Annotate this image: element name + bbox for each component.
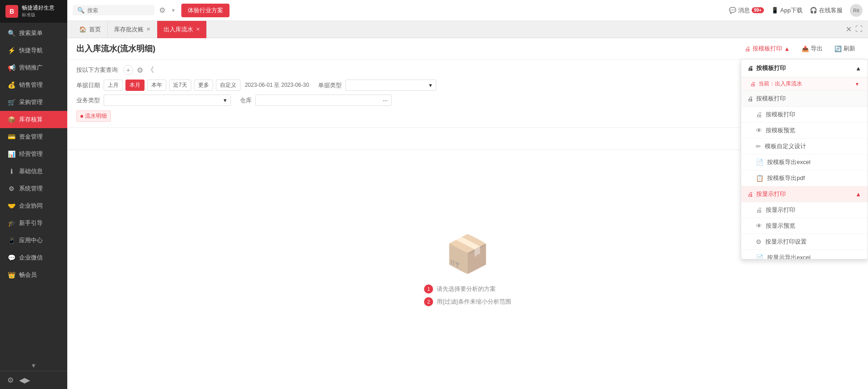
online-service-button[interactable]: 🎧 在线客服: [810, 6, 843, 15]
app-download-label: App下载: [780, 6, 803, 15]
close-tab-icon[interactable]: ✕: [846, 25, 852, 34]
tabs-bar: 🏠 首页 库存批次账 ✕ 出入库流水 ✕ ✕ ⛶: [67, 21, 868, 38]
tab-close-icon[interactable]: ✕: [146, 26, 150, 32]
display-excel-item[interactable]: 📄 按显示导出excel: [741, 250, 868, 259]
warehouse-select[interactable]: ···: [255, 95, 392, 106]
export-icon: 📤: [802, 45, 809, 52]
sidebar-item-quick-nav[interactable]: ⚡ 快捷导航: [0, 42, 67, 59]
template-preview-item[interactable]: 👁 按模板预览: [741, 123, 868, 139]
display-section-chevron-icon[interactable]: ▲: [855, 191, 861, 198]
topbar: 🔍 ⚙ ▾ 体验行业方案 💬 消息 99+ 📱 App下载 🎧 在线客服 Rit: [67, 0, 868, 21]
app-download-button[interactable]: 📱 App下载: [771, 6, 803, 15]
template-section-label: 按模板打印: [756, 95, 786, 103]
empty-state-container: 📦 1 请先选择要分析的方案 2 用[过滤]条件来缩小分析范围: [424, 233, 511, 306]
settings-footer-icon[interactable]: ⚙: [7, 376, 14, 384]
template-print-label: 按模板打印: [766, 110, 795, 119]
tab-home[interactable]: 🏠 首页: [73, 21, 108, 38]
sidebar-item-basics[interactable]: ℹ 基础信息: [0, 163, 67, 180]
sidebar-item-operations[interactable]: 📊 经营管理: [0, 145, 67, 163]
sidebar-item-inventory[interactable]: 📦 库存核算: [0, 111, 67, 128]
sidebar-item-member[interactable]: 👑 畅会员: [0, 266, 67, 284]
expand-tab-icon[interactable]: ⛶: [855, 25, 863, 34]
date-filter-buttons: 上月 本月 本年 近7天 更多 自定义 2023-06-01 至 2023-06…: [104, 80, 309, 91]
tab-active-close-icon[interactable]: ✕: [196, 26, 200, 32]
sidebar-item-label: 企业协同: [19, 202, 43, 210]
main-area: 🔍 ⚙ ▾ 体验行业方案 💬 消息 99+ 📱 App下载 🎧 在线客服 Rit: [67, 0, 868, 389]
search-icon: 🔍: [7, 30, 15, 37]
sidebar-item-collab[interactable]: 🤝 企业协同: [0, 197, 67, 214]
display-print-settings-item[interactable]: ⚙ 按显示打印设置: [741, 234, 868, 250]
date-btn-last-month[interactable]: 上月: [104, 80, 123, 91]
operations-icon: 📊: [7, 150, 15, 158]
refresh-button[interactable]: 🔄 刷新: [831, 43, 859, 55]
date-btn-7days[interactable]: 近7天: [169, 80, 191, 91]
online-service-label: 在线客服: [819, 6, 843, 15]
template-design-item[interactable]: ✏ 模板自定义设计: [741, 139, 868, 155]
sidebar: B 畅捷通好生意 标准版 🔍 搜索菜单 ⚡ 快捷导航 📢 营销推广 💰 销售管理…: [0, 0, 67, 389]
date-btn-this-month[interactable]: 本月: [125, 80, 145, 91]
sidebar-item-finance[interactable]: 💳 资金管理: [0, 128, 67, 145]
template-preview-label: 按模板预览: [766, 126, 795, 135]
empty-step-1: 1 请先选择要分析的方案: [424, 284, 511, 294]
sidebar-item-apps[interactable]: 📱 应用中心: [0, 232, 67, 249]
tab-batch-account[interactable]: 库存批次账 ✕: [108, 21, 157, 38]
industry-solution-button[interactable]: 体验行业方案: [181, 4, 229, 17]
dropdown-chevron-up-icon[interactable]: ▲: [855, 65, 861, 72]
date-btn-custom[interactable]: 自定义: [216, 80, 240, 91]
tab-inout-flow[interactable]: 出入库流水 ✕: [157, 21, 207, 38]
sidebar-scroll-down[interactable]: ▼: [0, 360, 67, 371]
business-type-select[interactable]: ▾: [104, 95, 231, 106]
filter-add-button[interactable]: +: [123, 65, 133, 75]
filter-tag-flow-detail[interactable]: 流水明细: [76, 110, 111, 122]
template-print-item[interactable]: 🖨 按模板打印: [741, 107, 868, 123]
sidebar-item-search[interactable]: 🔍 搜索菜单: [0, 25, 67, 42]
sidebar-item-guide[interactable]: 🎓 新手引导: [0, 214, 67, 232]
search-input[interactable]: [87, 7, 142, 14]
date-btn-this-year[interactable]: 本年: [147, 80, 166, 91]
collapse-sidebar-icon[interactable]: ◀▶: [19, 376, 30, 384]
current-chevron-icon[interactable]: ▾: [856, 81, 858, 87]
topbar-gear-icon[interactable]: ⚙: [159, 6, 165, 15]
bill-type-label: 单据类型: [318, 81, 342, 90]
bill-type-select[interactable]: ▾: [345, 80, 436, 91]
date-field-label: 单据日期: [76, 81, 100, 90]
export-button[interactable]: 📤 导出: [798, 43, 826, 55]
date-btn-more[interactable]: 更多: [194, 80, 213, 91]
sidebar-item-sales[interactable]: 💰 销售管理: [0, 76, 67, 94]
sidebar-item-system[interactable]: ⚙ 系统管理: [0, 180, 67, 197]
template-pdf-item[interactable]: 📋 按模板导出pdf: [741, 170, 868, 186]
inventory-icon: 📦: [7, 116, 15, 123]
display-print-section-header[interactable]: 🖨 按显示打印 ▲: [741, 186, 868, 202]
home-icon: 🏠: [79, 26, 86, 33]
warehouse-ellipsis-icon: ···: [383, 97, 388, 104]
tab-inout-flow-label: 出入库流水: [164, 25, 193, 34]
sidebar-item-purchase[interactable]: 🛒 采购管理: [0, 94, 67, 111]
dropdown-header: 🖨 按模板打印 ▲: [741, 60, 868, 77]
sidebar-item-wechat[interactable]: 💬 企业微信: [0, 249, 67, 266]
user-avatar[interactable]: Rit: [850, 4, 863, 17]
display-print-item[interactable]: 🖨 按显示打印: [741, 202, 868, 218]
display-preview-item[interactable]: 👁 按显示预览: [741, 218, 868, 234]
template-design-icon: ✏: [756, 143, 761, 150]
tabs-right-actions: ✕ ⛶: [846, 25, 863, 34]
filter-collapse-icon[interactable]: 《: [147, 65, 154, 75]
empty-steps: 1 请先选择要分析的方案 2 用[过滤]条件来缩小分析范围: [424, 284, 511, 306]
sidebar-logo: B 畅捷通好生意 标准版: [0, 0, 67, 23]
wechat-icon: 💬: [7, 254, 15, 261]
sidebar-item-marketing[interactable]: 📢 营销推广: [0, 59, 67, 76]
topbar-chevron-icon[interactable]: ▾: [172, 7, 175, 14]
sales-icon: 💰: [7, 81, 15, 89]
print-template-label: 按模板打印: [753, 45, 782, 53]
template-print-section-header[interactable]: 🖨 按模板打印: [741, 91, 868, 107]
template-excel-item[interactable]: 📄 按模板导出excel: [741, 155, 868, 170]
step-2-label: 用[过滤]条件来缩小分析范围: [437, 298, 511, 306]
print-template-button[interactable]: 🖨 按模板打印 ▲: [741, 43, 793, 55]
sidebar-item-label: 基础信息: [19, 167, 43, 175]
message-button[interactable]: 💬 消息 99+: [729, 6, 764, 15]
topbar-search-box[interactable]: 🔍: [73, 5, 155, 15]
filter-gear-icon[interactable]: ⚙: [137, 66, 143, 75]
system-icon: ⚙: [7, 185, 15, 192]
template-section-icon: 🖨: [748, 95, 753, 102]
quick-nav-icon: ⚡: [7, 47, 15, 54]
sidebar-footer: ⚙ ◀▶: [0, 371, 67, 389]
